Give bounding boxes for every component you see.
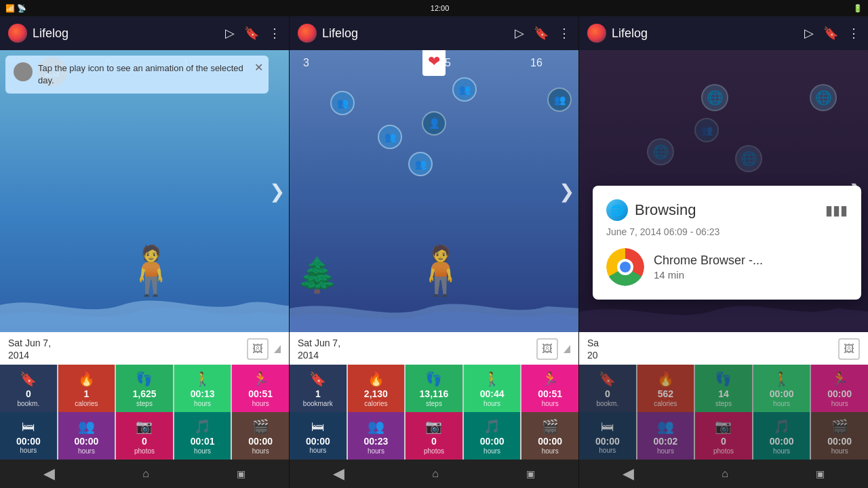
tree-2: 🌲 xyxy=(296,256,338,295)
chrome-icon xyxy=(606,248,644,286)
date-line1-3: Sa xyxy=(587,337,599,349)
anim-area-3: 🌐 🌐 🌐 🌐 👥 🌐 Browsing ▮▮▮ June 7, 2014 06… xyxy=(579,50,868,332)
stat-lbl-sleep-1: hours xyxy=(20,447,37,454)
stat-social-3: 👥 00:02 hours xyxy=(637,412,694,460)
popup-barchart-icon[interactable]: ▮▮▮ xyxy=(825,202,848,218)
stat-social-2: 👥 00:23 hours xyxy=(348,412,405,460)
home-btn-2[interactable]: ⌂ xyxy=(421,465,450,483)
top-bar-2: Lifelog ▷ 🔖 ⋮ xyxy=(290,16,578,50)
stat-val-bookm-1: 0 xyxy=(26,388,31,400)
popup-app-name: Chrome Browser -... xyxy=(654,253,848,268)
stat-steps-2: 👣 13,116 steps xyxy=(406,365,462,412)
stat-sleep-2: 🛏 00:00 hours xyxy=(290,412,347,460)
people-5: 👥 xyxy=(408,152,433,176)
silhouette-2: 🧍 xyxy=(411,243,470,298)
top-bar-3: Lifelog ▷ 🔖 ⋮ xyxy=(579,16,868,50)
screens-container: Lifelog ▷ 🔖 ⋮ Tap the play icon to see a… xyxy=(0,16,868,488)
stat-cal-3: 🔥 562 calories xyxy=(637,365,694,412)
date-icon-2[interactable]: 🖼 xyxy=(536,338,558,360)
date-line2-1: 2014 xyxy=(8,349,51,361)
stat-walk-2: 🚶 00:44 hours xyxy=(464,365,521,412)
cal-n15: 15 xyxy=(439,57,451,69)
stat-music-2: 🎵 00:00 hours xyxy=(464,412,521,460)
people-6: 👥 xyxy=(547,87,572,112)
stat-bookm-2: 🔖 1 bookmark xyxy=(290,365,347,412)
recents-btn-3[interactable]: ▣ xyxy=(805,466,835,482)
cal-n16: 16 xyxy=(530,57,542,69)
bookmark-icon-2[interactable]: 🔖 xyxy=(534,26,549,41)
date-icon-3[interactable]: 🖼 xyxy=(838,338,860,360)
play-icon-1[interactable]: ▷ xyxy=(225,26,235,41)
back-btn-3[interactable]: ◀ xyxy=(612,462,645,485)
date-bar-3: Sa 20 🖼 xyxy=(579,332,868,365)
cal-n3: 3 xyxy=(303,57,309,69)
stat-lbl-walk-1: hours xyxy=(194,400,211,407)
browsing-popup[interactable]: 🌐 Browsing ▮▮▮ June 7, 2014 06:09 - 06:2… xyxy=(593,186,861,300)
notification-tip: Tap the play icon to see an animation of… xyxy=(5,56,269,94)
app-logo-2 xyxy=(298,24,317,43)
stat-music-1: 🎵 00:01 hours xyxy=(174,412,231,460)
more-icon-2[interactable]: ⋮ xyxy=(558,26,570,41)
nav-right-1[interactable]: ❯ xyxy=(269,180,285,203)
stat-lbl-run-1: hours xyxy=(252,400,269,407)
stat-photo-1: 📷 0 photos xyxy=(116,412,173,460)
stat-val-run-1: 00:51 xyxy=(248,388,273,400)
top-bar-1: Lifelog ▷ 🔖 ⋮ xyxy=(0,16,289,50)
more-icon-1[interactable]: ⋮ xyxy=(269,26,281,41)
popup-time: June 7, 2014 06:09 - 06:23 xyxy=(606,226,848,237)
back-btn-2[interactable]: ◀ xyxy=(322,462,355,485)
stat-cal-2: 🔥 2,130 calories xyxy=(348,365,405,412)
date-bar-1: Sat Jun 7, 2014 🖼 xyxy=(0,332,289,365)
stat-icon-bookm-1: 🔖 xyxy=(20,371,37,387)
stat-val-walk-1: 00:13 xyxy=(191,388,215,400)
nav-right-2[interactable]: ❯ xyxy=(559,180,574,203)
stat-music-3: 🎵 00:00 hours xyxy=(753,412,810,460)
stat-lbl-steps-1: steps xyxy=(136,400,153,407)
notif-avatar xyxy=(14,62,33,81)
date-bar-2: Sat Jun 7, 2014 🖼 xyxy=(290,332,578,365)
app-title-1: Lifelog xyxy=(33,26,220,41)
bookmark-icon-3[interactable]: 🔖 xyxy=(823,26,838,41)
popup-header: 🌐 Browsing ▮▮▮ xyxy=(606,199,848,221)
back-btn-1[interactable]: ◀ xyxy=(33,462,66,485)
stat-lbl-cal-1: calories xyxy=(75,400,98,407)
stat-run-2: 🏃 00:51 hours xyxy=(521,365,578,412)
popup-title-row: 🌐 Browsing xyxy=(606,199,696,221)
stat-icon-sleep-1: 🛏 xyxy=(22,419,35,434)
silhouette-1: 🧍 xyxy=(121,243,180,298)
date-icon-1[interactable]: 🖼 xyxy=(247,338,269,360)
date-text-3: Sa 20 xyxy=(587,337,599,361)
play-icon-3[interactable]: ▷ xyxy=(804,26,814,41)
stat-lbl-photo-1: photos xyxy=(134,447,155,455)
stats-row2-screen3: 🛏 00:00 hours 👥 00:02 hours 📷 0 photos 🎵… xyxy=(579,412,868,460)
app-logo-1 xyxy=(8,24,27,43)
stats-row2-screen1: 🛏 00:00 hours 👥 00:00 hours 📷 0 photos 🎵… xyxy=(0,412,289,460)
bookmark-icon-1[interactable]: 🔖 xyxy=(244,26,259,41)
stat-run-1: 🏃 00:51 hours xyxy=(232,365,289,412)
popup-app-duration: 14 min xyxy=(654,269,848,281)
bottom-nav-1: ◀ ⌂ ▣ xyxy=(0,460,289,488)
home-btn-3[interactable]: ⌂ xyxy=(711,465,739,483)
popup-app-row: Chrome Browser -... 14 min xyxy=(606,248,848,286)
status-time: 12:00 xyxy=(431,4,450,12)
anim-area-2: ❤ 👥 👥 👥 👤 👥 👥 🌲 🧍 ❯ 3 15 16 xyxy=(290,50,578,332)
stat-icon-steps-1: 👣 xyxy=(136,371,153,387)
stat-val-video-1: 00:00 xyxy=(248,436,273,447)
stat-social-1: 👥 00:00 hours xyxy=(58,412,115,460)
recents-btn-1[interactable]: ▣ xyxy=(226,466,256,482)
home-btn-1[interactable]: ⌂ xyxy=(132,465,160,483)
status-left: 📶 📡 xyxy=(5,4,26,13)
notif-close-icon[interactable]: ✕ xyxy=(254,61,263,74)
more-icon-3[interactable]: ⋮ xyxy=(848,26,860,41)
status-bar: 📶 📡 12:00 🔋 xyxy=(0,0,868,16)
stat-lbl-bookm-1: bookm. xyxy=(17,400,39,407)
date-line1-1: Sat Jun 7, xyxy=(8,337,51,349)
top-bar-icons-1: ▷ 🔖 ⋮ xyxy=(225,26,281,41)
stats-row1-screen2: 🔖 1 bookmark 🔥 2,130 calories 👣 13,116 s… xyxy=(290,365,578,412)
recents-btn-2[interactable]: ▣ xyxy=(515,466,546,482)
date-line1-2: Sat Jun 7, xyxy=(298,337,340,349)
stat-val-music-1: 00:01 xyxy=(191,436,215,447)
play-icon-2[interactable]: ▷ xyxy=(515,26,524,41)
stat-photo-2: 📷 0 photos xyxy=(406,412,462,460)
stat-icon-video-1: 🎬 xyxy=(252,418,269,434)
